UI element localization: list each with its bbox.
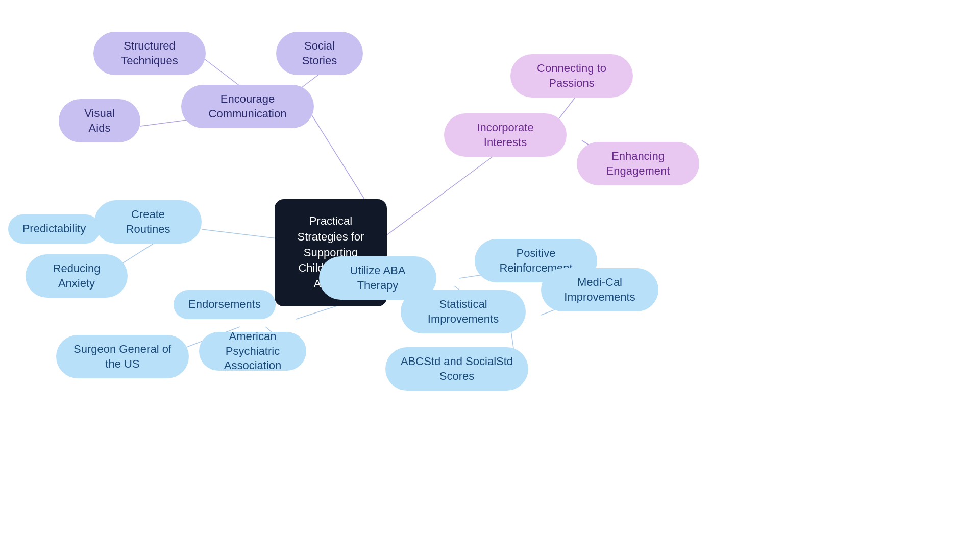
- node-visual-aids[interactable]: Visual Aids: [59, 99, 140, 142]
- mind-map-canvas: Practical Strategies for Supporting Chil…: [0, 0, 980, 553]
- node-medi-cal[interactable]: Medi-Cal Improvements: [541, 268, 658, 311]
- node-create-routines[interactable]: Create Routines: [94, 200, 202, 244]
- node-endorsements[interactable]: Endorsements: [174, 290, 276, 319]
- node-social-stories[interactable]: Social Stories: [276, 32, 363, 75]
- node-reducing-anxiety[interactable]: Reducing Anxiety: [26, 254, 128, 298]
- node-american-psychiatric[interactable]: American Psychiatric Association: [199, 332, 306, 371]
- node-encourage-communication[interactable]: Encourage Communication: [181, 85, 314, 128]
- node-statistical-improvements[interactable]: Statistical Improvements: [401, 290, 526, 333]
- node-connecting-to-passions[interactable]: Connecting to Passions: [510, 54, 633, 98]
- node-structured-techniques[interactable]: Structured Techniques: [93, 32, 206, 75]
- node-predictability[interactable]: Predictability: [8, 214, 100, 244]
- node-abcstd[interactable]: ABCStd and SocialStd Scores: [385, 347, 528, 391]
- node-enhancing-engagement[interactable]: Enhancing Engagement: [577, 142, 699, 185]
- node-surgeon-general[interactable]: Surgeon General of the US: [56, 335, 189, 378]
- node-incorporate-interests[interactable]: Incorporate Interests: [444, 113, 567, 157]
